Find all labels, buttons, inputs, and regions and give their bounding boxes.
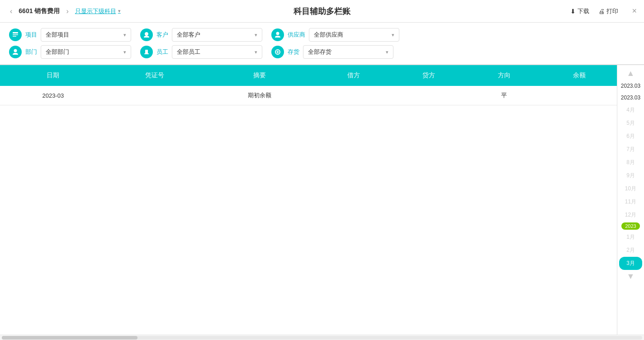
supplier-chevron: ▾ — [392, 32, 394, 38]
timeline-item-2[interactable]: 2月 — [617, 244, 644, 257]
col-date: 日期 — [0, 65, 106, 86]
department-value: 全部部门 — [46, 48, 121, 56]
filter-item-employee: 员工 全部员工 ▾ — [140, 45, 262, 59]
page-title: 科目辅助多栏账 — [294, 6, 350, 17]
col-debit: 借方 — [316, 65, 391, 86]
project-chevron: ▾ — [123, 32, 126, 38]
inventory-label: 存货 — [288, 48, 299, 56]
nav-prev-button[interactable]: ‹ — [7, 6, 15, 16]
timeline-item-9[interactable]: 9月 — [617, 169, 644, 182]
col-voucher: 凭证号 — [106, 65, 204, 86]
department-chevron: ▾ — [123, 49, 126, 55]
filter-item-inventory: 存货 全部存货 ▾ — [271, 45, 393, 59]
timeline-item-5[interactable]: 5月 — [617, 117, 644, 130]
table-area[interactable]: 日期 凭证号 摘要 借方 贷方 方向 余额 2023-03 期初余额 — [0, 65, 617, 335]
cell-credit — [391, 86, 466, 105]
filter-item-project: 项目 全部项目 ▾ — [9, 28, 131, 42]
print-button[interactable]: 🖨 打印 — [598, 7, 618, 15]
cell-balance — [542, 86, 617, 105]
ledger-table: 日期 凭证号 摘要 借方 贷方 方向 余额 2023-03 期初余额 — [0, 65, 617, 105]
col-credit: 贷方 — [391, 65, 466, 86]
filter-rows-container: 项目 全部项目 ▾ 客户 全部客户 ▾ — [0, 23, 644, 65]
timeline-item-10[interactable]: 10月 — [617, 182, 644, 195]
svg-rect-6 — [144, 53, 149, 54]
supplier-value: 全部供应商 — [314, 31, 389, 39]
cell-direction: 平 — [466, 86, 541, 105]
project-select[interactable]: 全部项目 ▾ — [41, 28, 131, 42]
table-header-row: 日期 凭证号 摘要 借方 贷方 方向 余额 — [0, 65, 617, 86]
timeline-item-11[interactable]: 11月 — [617, 195, 644, 208]
employee-value: 全部员工 — [177, 48, 252, 56]
inventory-icon — [271, 46, 284, 58]
timeline-nav-up[interactable]: ▲ — [625, 67, 637, 80]
timeline-panel: ▲ 2023.03 2023.03 4月 5月 6月 7月 8月 — [617, 65, 644, 335]
project-label: 项目 — [25, 31, 37, 39]
h-scrollbar-track[interactable] — [2, 336, 642, 340]
account-code: 6601 销售费用 — [19, 7, 60, 15]
timeline-item-6[interactable]: 6月 — [617, 130, 644, 143]
cell-voucher — [106, 86, 204, 105]
project-icon — [9, 28, 22, 41]
svg-rect-1 — [13, 34, 18, 35]
title-bar-right: ⬇ 下载 🖨 打印 × — [570, 6, 637, 16]
nav-next-button[interactable]: › — [63, 6, 71, 16]
filter-row-2: 部门 全部部门 ▾ 员工 全部员工 — [9, 45, 635, 59]
col-summary: 摘要 — [203, 65, 316, 86]
show-sub-button[interactable]: 只显示下级科目 ▾ — [75, 7, 121, 15]
supplier-select[interactable]: 全部供应商 ▾ — [309, 28, 399, 42]
timeline-item-7[interactable]: 7月 — [617, 143, 644, 156]
table-row: 2023-03 期初余额 平 — [0, 86, 617, 105]
main-window: ‹ 6601 销售费用 › 只显示下级科目 ▾ 科目辅助多栏账 ⬇ 下载 🖨 打… — [0, 0, 644, 340]
timeline-item-1[interactable]: 1月 — [617, 231, 644, 244]
cell-date: 2023-03 — [0, 86, 106, 105]
project-value: 全部项目 — [46, 31, 121, 39]
bottom-scrollbar[interactable] — [0, 335, 644, 340]
employee-chevron: ▾ — [255, 49, 257, 55]
timeline-item-12[interactable]: 12月 — [617, 208, 644, 222]
department-icon — [9, 46, 22, 58]
employee-label: 员工 — [156, 48, 168, 56]
print-icon: 🖨 — [598, 8, 605, 15]
title-bar-left: ‹ 6601 销售费用 › 只显示下级科目 ▾ — [7, 6, 121, 16]
cell-summary: 期初余额 — [203, 86, 316, 105]
department-label: 部门 — [25, 48, 37, 56]
customer-label: 客户 — [156, 31, 168, 39]
customer-chevron: ▾ — [255, 32, 257, 38]
svg-rect-2 — [13, 36, 16, 37]
employee-select[interactable]: 全部员工 ▾ — [172, 45, 262, 59]
close-button[interactable]: × — [632, 6, 637, 16]
supplier-label: 供应商 — [288, 31, 305, 39]
filter-row-1: 项目 全部项目 ▾ 客户 全部客户 ▾ — [9, 28, 635, 42]
timeline-item-2023-03-end[interactable]: 2023.03 — [617, 92, 644, 104]
customer-icon — [140, 28, 153, 41]
svg-point-4 — [14, 49, 17, 52]
col-direction: 方向 — [466, 65, 541, 86]
download-button[interactable]: ⬇ 下载 — [570, 7, 589, 15]
cell-debit — [316, 86, 391, 105]
inventory-value: 全部存货 — [308, 48, 383, 56]
download-icon: ⬇ — [570, 8, 576, 15]
customer-value: 全部客户 — [177, 31, 252, 39]
timeline-item-8[interactable]: 8月 — [617, 156, 644, 169]
filter-item-customer: 客户 全部客户 ▾ — [140, 28, 262, 42]
timeline-item-3-active[interactable]: 3月 — [619, 257, 642, 270]
filter-item-supplier: 供应商 全部供应商 ▾ — [271, 28, 399, 42]
timeline-item-2023-03-start[interactable]: 2023.03 — [617, 80, 644, 92]
col-balance: 余额 — [542, 65, 617, 86]
svg-point-3 — [276, 32, 279, 35]
inventory-select[interactable]: 全部存货 ▾ — [303, 45, 393, 59]
department-select[interactable]: 全部部门 ▾ — [41, 45, 131, 59]
customer-select[interactable]: 全部客户 ▾ — [172, 28, 262, 42]
supplier-icon — [271, 28, 284, 41]
main-content: 日期 凭证号 摘要 借方 贷方 方向 余额 2023-03 期初余额 — [0, 65, 644, 335]
timeline-item-4[interactable]: 4月 — [617, 104, 644, 117]
svg-rect-0 — [13, 32, 18, 33]
title-bar: ‹ 6601 销售费用 › 只显示下级科目 ▾ 科目辅助多栏账 ⬇ 下载 🖨 打… — [0, 0, 644, 23]
timeline-nav-down[interactable]: ▼ — [625, 270, 637, 283]
employee-icon — [140, 46, 153, 58]
inventory-chevron: ▾ — [386, 49, 388, 55]
filter-item-department: 部门 全部部门 ▾ — [9, 45, 131, 59]
h-scrollbar-thumb[interactable] — [2, 336, 137, 340]
timeline-year-badge[interactable]: 2023 — [617, 222, 644, 231]
